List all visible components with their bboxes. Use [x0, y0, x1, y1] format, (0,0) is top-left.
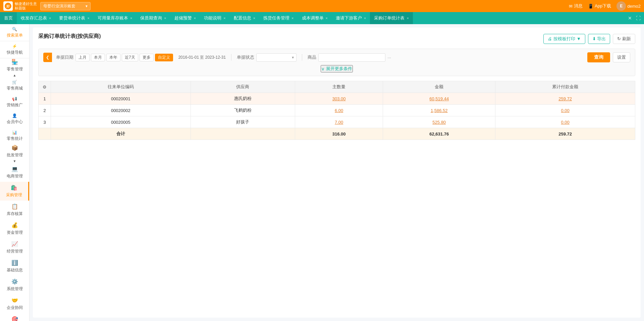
sidebar-item-basic-info[interactable]: ℹ️ 基础信息	[0, 257, 29, 276]
filter-toggle-btn[interactable]: ❮	[43, 53, 52, 62]
tab-pick-task[interactable]: 拣货任务管理 ×	[259, 12, 298, 24]
tab-expiry-query[interactable]: 保质期查询 ×	[136, 12, 170, 24]
tab-purchase-stats[interactable]: 采购订单统计表 ×	[370, 12, 413, 24]
sidebar-item-inventory[interactable]: 📋 库存核算	[0, 201, 29, 219]
top-right-area: ✉ 消息 📱 App下载 E demo2	[569, 1, 641, 11]
sidebar: 🔍 搜索菜单 ⚡ 快捷导航 🏪 零售管理 ▲ 🛒 零售商城 📢 营销推广 👤 会…	[0, 24, 30, 321]
main-layout: 🔍 搜索菜单 ⚡ 快捷导航 🏪 零售管理 ▲ 🛒 零售商城 📢 营销推广 👤 会…	[0, 24, 644, 321]
date-btn-7days[interactable]: 近7天	[122, 54, 138, 61]
logo-icon: 好	[3, 1, 13, 11]
marketing-icon: 📢	[12, 97, 17, 101]
data-table: ⚙ 往来单位编码 供应商 主数量 金额 累计付款金额 1 00020001 惠氏…	[38, 81, 635, 140]
date-btn-this-month[interactable]: 本月	[91, 54, 105, 61]
tab-receive-summary[interactable]: 收发存汇总表 ×	[17, 12, 55, 24]
cell-quantity-1: 303.00	[295, 93, 383, 105]
sidebar-item-retail-shop[interactable]: 🛒 零售商城	[0, 77, 29, 94]
export-btn[interactable]: ⬇ 导出	[588, 34, 610, 44]
tab-close-cost[interactable]: ×	[326, 16, 328, 20]
row-index-1: 1	[39, 93, 51, 105]
cell-quantity-3: 7.00	[295, 116, 383, 128]
tab-close-inventory[interactable]: ×	[130, 16, 132, 20]
tab-close-receive[interactable]: ×	[49, 16, 51, 20]
tab-invite-downstream[interactable]: 邀请下游客户 ×	[332, 12, 370, 24]
tab-close-expiry[interactable]: ×	[164, 16, 166, 20]
tab-order-stats[interactable]: 要货单统计表 ×	[55, 12, 93, 24]
query-actions: 查询 设置	[587, 52, 630, 62]
tab-close-purchase[interactable]: ×	[407, 16, 409, 20]
cell-code-1: 00020001	[51, 93, 191, 105]
filter-sep-2	[302, 54, 302, 61]
cell-paid-2: 0.00	[495, 105, 635, 116]
sidebar-search[interactable]: 🔍 搜索菜单	[0, 24, 29, 41]
chevron-down-icon2: ▼	[13, 159, 16, 163]
sidebar-item-member[interactable]: 👤 会员中心	[0, 111, 29, 127]
sidebar-item-purchase[interactable]: 🛍️ 采购管理	[0, 182, 29, 201]
date-btn-last-month[interactable]: 上月	[75, 54, 90, 61]
shop-icon: 🛒	[12, 80, 17, 85]
sidebar-item-operations[interactable]: 📈 经营管理	[0, 238, 29, 257]
finance-icon: 💰	[11, 222, 18, 228]
status-select[interactable]	[256, 53, 297, 62]
tab-close-feature[interactable]: ×	[223, 16, 225, 20]
refresh-icon: ↻	[617, 36, 621, 41]
tab-close-order[interactable]: ×	[87, 16, 89, 20]
date-btn-more[interactable]: 更多	[140, 54, 154, 61]
workspace-selector[interactable]: 母婴行业演示账套	[40, 2, 91, 10]
phone-icon: 📱	[588, 4, 593, 9]
date-btn-custom[interactable]: 自定义	[155, 54, 173, 61]
goods-more-icon[interactable]: ···	[387, 55, 391, 60]
tab-close-invite[interactable]: ×	[364, 16, 366, 20]
sidebar-item-system[interactable]: ⚙️ 系统管理	[0, 276, 29, 295]
sidebar-item-marketing[interactable]: 📢 营销推广	[0, 94, 29, 111]
tab-close-overstock[interactable]: ×	[194, 16, 196, 20]
sidebar-item-enterprise[interactable]: 🤝 企业协同	[0, 295, 29, 313]
tab-feature-desc[interactable]: 功能说明 ×	[200, 12, 229, 24]
expand-row: ∨ 展开更多条件	[43, 65, 630, 72]
print-btn[interactable]: 🖨 按模板打印 ▼	[543, 34, 585, 44]
sidebar-item-retail-stats[interactable]: 📊 零售统计	[0, 127, 29, 144]
tab-config-info[interactable]: 配置信息 ×	[230, 12, 259, 24]
query-btn[interactable]: 查询	[587, 52, 610, 62]
filter-status-item: 单据状态	[237, 53, 297, 62]
summary-empty-2	[191, 128, 295, 140]
nav-maximize-btn[interactable]: ⛶	[635, 14, 642, 22]
tab-inventory-book[interactable]: 可用量库存账本 ×	[94, 12, 136, 24]
sidebar-item-wholesale[interactable]: 📦 批发管理 ▼	[0, 144, 29, 163]
col-code: 往来单位编码	[51, 81, 191, 93]
tab-cost-adjust[interactable]: 成本调整单 ×	[298, 12, 332, 24]
expand-more-btn[interactable]: ∨ 展开更多条件	[321, 65, 353, 72]
tab-close-config[interactable]: ×	[253, 16, 255, 20]
table-footer: 合计 316.00 62,631.76 259.72	[39, 128, 635, 140]
refresh-btn[interactable]: ↻ 刷新	[613, 34, 635, 44]
search-icon: 🔍	[12, 27, 17, 32]
message-btn[interactable]: ✉ 消息	[569, 3, 583, 9]
newbie-icon: 🎯	[11, 316, 18, 321]
cell-supplier-3: 好孩子	[191, 116, 295, 128]
settings-btn[interactable]: 设置	[613, 52, 630, 62]
sidebar-item-retail-mgmt[interactable]: 🏪 零售管理 ▲	[0, 58, 29, 77]
page-title: 采购订单统计表(按供应商)	[38, 33, 101, 40]
cell-code-3: 00020005	[51, 116, 191, 128]
summary-amount: 62,631.76	[383, 128, 495, 140]
sidebar-quick-nav[interactable]: ⚡ 快捷导航	[0, 41, 29, 58]
avatar-image: E	[616, 1, 626, 11]
logo-text: 畅捷通好生意 标题版	[15, 2, 37, 10]
tab-home[interactable]: 首页	[0, 12, 17, 24]
sidebar-item-ecommerce[interactable]: 💻 电商管理	[0, 163, 29, 182]
app-download-btn[interactable]: 📱 App下载	[588, 3, 611, 9]
content-area: 采购订单统计表(按供应商) 🖨 按模板打印 ▼ ⬇ 导出 ↻ 刷新	[30, 24, 644, 321]
row-index-3: 3	[39, 116, 51, 128]
date-btn-this-year[interactable]: 本年	[106, 54, 120, 61]
table-row: 2 00020002 飞鹤奶粉 6.00 1,586.52 0.00	[39, 105, 635, 116]
tab-close-pick[interactable]: ×	[291, 16, 293, 20]
status-select-wrapper	[256, 53, 297, 62]
sidebar-item-newbie[interactable]: 🎯 新手引导	[0, 313, 29, 321]
user-avatar[interactable]: E demo2	[616, 1, 641, 11]
nav-close-btn[interactable]: ✕	[627, 14, 633, 22]
row-index-2: 2	[39, 105, 51, 116]
cell-paid-3: 0.00	[495, 116, 635, 128]
tab-overstock[interactable]: 超储预警 ×	[170, 12, 200, 24]
goods-input[interactable]	[318, 53, 385, 62]
sidebar-item-finance[interactable]: 💰 资金管理	[0, 219, 29, 238]
table-body: 1 00020001 惠氏奶粉 303.00 60,519.44 259.72 …	[39, 93, 635, 128]
